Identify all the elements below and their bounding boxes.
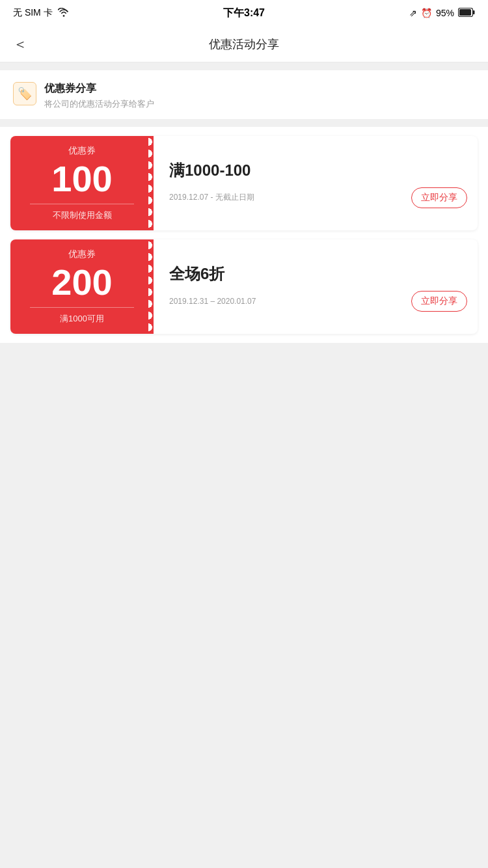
battery-icon [458,8,475,19]
coupon-condition-1: 满1000可用 [60,313,104,325]
wifi-icon [58,8,70,19]
coupon-condition-0: 不限制使用金额 [53,210,112,221]
section-title: 优惠券分享 [44,82,154,96]
coupon-right-0: 满1000-100 2019.12.07 - 无截止日期 立即分享 [154,136,478,230]
coupon-date-1: 2019.12.31 – 2020.01.07 [169,297,406,306]
coupon-name-0: 满1000-100 [169,160,467,181]
alarm-icon: ⏰ [421,8,432,18]
coupon-left-1: 优惠券 200 满1000可用 [10,239,154,334]
svg-rect-1 [473,10,475,14]
coupon-bottom-1: 2019.12.31 – 2020.01.07 立即分享 [169,291,467,312]
svg-rect-2 [459,9,471,16]
coupon-divider-0 [30,204,134,204]
coupon-card-1: 优惠券 200 满1000可用 全场6折 2019.12.31 – 2020.0… [10,239,478,334]
back-button[interactable]: ＜ [13,34,27,54]
coupon-label-1: 优惠券 [68,249,96,260]
share-button-1[interactable]: 立即分享 [411,291,467,312]
carrier-text: 无 SIM 卡 [13,7,53,19]
section-subtitle: 将公司的优惠活动分享给客户 [44,98,154,110]
share-button-0[interactable]: 立即分享 [411,187,467,208]
location-icon: ⇗ [409,8,417,18]
coupon-date-0: 2019.12.07 - 无截止日期 [169,192,406,203]
section-header: 🏷️ 优惠券分享 将公司的优惠活动分享给客户 [0,70,488,119]
coupon-right-1: 全场6折 2019.12.31 – 2020.01.07 立即分享 [154,239,478,334]
coupon-divider-1 [30,307,134,308]
nav-bar: ＜ 优惠活动分享 [0,26,488,62]
section-icon: 🏷️ [13,82,36,105]
coupon-list: 优惠券 100 不限制使用金额 满1000-100 2019.12.07 - 无… [0,127,488,343]
status-time: 下午3:47 [223,7,265,20]
coupon-card-0: 优惠券 100 不限制使用金额 满1000-100 2019.12.07 - 无… [10,136,478,230]
section-text: 优惠券分享 将公司的优惠活动分享给客户 [44,82,154,110]
coupon-amount-0: 100 [51,161,112,197]
coupon-label-0: 优惠券 [68,145,96,157]
status-right: ⇗ ⏰ 95% [409,8,475,19]
coupon-name-1: 全场6折 [169,264,467,284]
coupon-icon: 🏷️ [18,87,32,101]
coupon-bottom-0: 2019.12.07 - 无截止日期 立即分享 [169,187,467,208]
status-bar: 无 SIM 卡 下午3:47 ⇗ ⏰ 95% [0,0,488,26]
page-background [0,343,488,733]
battery-text: 95% [436,8,454,18]
nav-title: 优惠活动分享 [209,36,279,52]
coupon-left-0: 优惠券 100 不限制使用金额 [10,136,154,230]
status-left: 无 SIM 卡 [13,7,70,19]
coupon-amount-1: 200 [51,264,112,301]
